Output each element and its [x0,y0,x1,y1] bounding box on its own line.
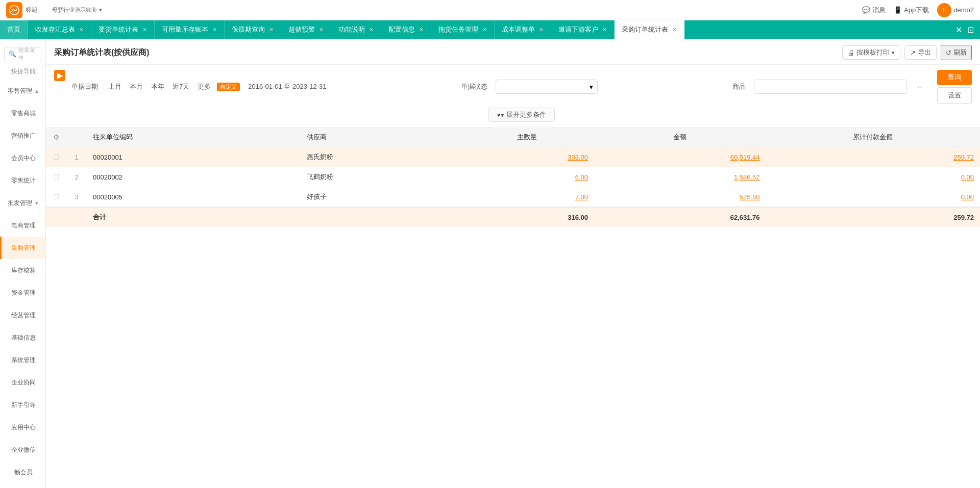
row-amount[interactable]: 1,586.52 [594,167,766,187]
date-from: 2016-01-01 [248,83,282,90]
date-shortcuts: 上月 本月 本年 近7天 更多 自定义 [106,81,240,92]
close-icon[interactable]: ✕ [142,27,147,33]
close-icon[interactable]: ✕ [539,27,544,33]
chevron-down-icon: ▾ [590,83,593,91]
row-paid[interactable]: 0.00 [766,187,980,208]
sidebar-item-xitong[interactable]: 系统管理 [0,349,45,371]
close-icon[interactable]: ✕ [269,27,274,33]
tab-caigou-active[interactable]: 采购订单统计表 ✕ [615,20,684,39]
tab-tuohuo[interactable]: 拖货任务管理 ✕ [431,20,495,39]
sidebar-item-pifa[interactable]: 批发管理 ▼ [0,192,45,214]
date-range: 2016-01-01 至 2023-12-31 [248,82,326,91]
row-code: 00020002 [87,167,301,187]
settings-icon[interactable]: ⚙ [53,133,60,141]
sidebar-item-zijin[interactable]: 资金管理 [0,281,45,304]
tab-gongnengshuo[interactable]: 功能说明 ✕ [331,20,381,39]
workspace-selector[interactable]: 母婴行业演示账套 ▾ [52,6,102,14]
shortcut-more[interactable]: 更多 [195,81,213,92]
refresh-button[interactable]: ↺ 刷新 [941,45,972,60]
shortcut-this-month[interactable]: 本月 [128,81,145,92]
row-num: 2 [66,167,87,187]
user-name: demo2 [953,6,974,14]
row-settings[interactable]: ☐ [46,187,66,208]
row-supplier: 好孩子 [301,187,460,208]
tab-peizhixinxi[interactable]: 配置信息 ✕ [381,20,431,39]
sidebar-item-lingshouguan[interactable]: 零售管理 ▲ [0,80,45,102]
top-bar-left: 标题 母婴行业演示账套 ▾ [6,2,102,18]
footer-label: 合计 [87,207,301,227]
settings-col-header: ⚙ [46,127,66,147]
tab-keyongliang[interactable]: 可用量库存账本 ✕ [155,20,225,39]
sidebar-item-dianshang[interactable]: 电商管理 [0,214,45,237]
tab-baozhiqi[interactable]: 保质期查询 ✕ [225,20,281,39]
app-download-btn[interactable]: 📱 App下载 [894,6,929,15]
row-amount[interactable]: 525.80 [594,187,766,208]
row-qty[interactable]: 303.00 [460,147,594,167]
tab-label: 成本调整单 [502,25,535,34]
sidebar-item-qiye[interactable]: 企业协同 [0,371,45,394]
paid-col-header: 累计付款金额 [766,127,980,147]
logo-area: 标题 [6,2,38,18]
tab-label: 邀请下游客户 [558,25,598,34]
tab-home[interactable]: 首页 [0,20,28,39]
query-button[interactable]: 查询 [937,70,972,85]
sidebar-item-lingshougshangcheng[interactable]: 零售商城 [0,102,45,124]
sidebar-item-xinshou[interactable]: 新手引导 [0,394,45,416]
app-icon: 📱 [894,6,902,14]
close-icon[interactable]: ✕ [369,27,374,33]
sidebar-item-caigou[interactable]: 采购管理 [0,237,45,259]
tab-label: 要货单统计表 [99,25,138,34]
row-num: 3 [66,187,87,208]
message-btn[interactable]: 💬 消息 [862,6,886,15]
close-icon[interactable]: ✕ [419,27,424,33]
settings-button[interactable]: 设置 [937,87,972,104]
row-settings[interactable]: ☐ [46,167,66,187]
export-button[interactable]: ↗ 导出 [904,45,937,60]
sidebar-item-kucunhesuan[interactable]: 库存核算 [0,259,45,281]
tab-shoufacunhz[interactable]: 收发存汇总表 ✕ [28,20,91,39]
shortcut-this-year[interactable]: 本年 [149,81,166,92]
sidebar-item-huiyuan[interactable]: 会员中心 [0,147,45,169]
tab-chaochuyujing[interactable]: 超储预警 ✕ [281,20,331,39]
row-settings[interactable]: ☐ [46,147,66,167]
sidebar-item-jingying[interactable]: 经营管理 [0,304,45,326]
nav-close-btn[interactable]: ✕ [953,25,964,35]
close-icon[interactable]: ✕ [482,27,487,33]
goods-input[interactable] [754,80,907,94]
shortcut-last-month[interactable]: 上月 [106,81,124,92]
close-icon[interactable]: ✕ [602,27,607,33]
row-qty[interactable]: 6.00 [460,167,594,187]
row-qty[interactable]: 7.00 [460,187,594,208]
user-area[interactable]: E demo2 [937,3,974,17]
row-num: 1 [66,147,87,167]
nav-expand-btn[interactable]: ⊡ [965,25,976,35]
row-paid[interactable]: 0.00 [766,167,980,187]
print-button[interactable]: 🖨 按模板打印 ▾ [842,45,900,60]
toggle-filter-btn[interactable]: ▶ [54,70,65,81]
sidebar-item-weixin[interactable]: 企业微信 [0,439,45,461]
tab-yaohuo[interactable]: 要货单统计表 ✕ [91,20,155,39]
close-icon[interactable]: ✕ [212,27,217,33]
close-icon[interactable]: ✕ [672,27,677,33]
shortcut-7days[interactable]: 近7天 [170,81,191,92]
row-paid[interactable]: 259.72 [766,147,980,167]
goods-filter-label: 商品 [732,82,746,91]
row-amount[interactable]: 60,519.44 [594,147,766,167]
sidebar-item-yingyong[interactable]: 应用中心 [0,416,45,439]
sidebar-item-jichu[interactable]: 基础信息 [0,326,45,349]
search-input[interactable]: 🔍 搜索菜单 [4,47,41,61]
tab-chengbentiaozeng[interactable]: 成本调整单 ✕ [495,20,551,39]
sidebar-item-quick-nav[interactable]: 快捷导航 [0,63,45,80]
tab-label: 可用量库存账本 [162,25,208,34]
tab-yaoqing[interactable]: 邀请下游客户 ✕ [551,20,615,39]
table-body: ☐ 1 00020001 惠氏奶粉 303.00 60,519.44 259.7… [46,147,980,208]
expand-more-btn[interactable]: ▾▾ 展开更多条件 [488,108,555,122]
supplier-col-header: 供应商 [301,127,460,147]
close-icon[interactable]: ✕ [319,27,324,33]
table-footer-row: 合计 316.00 62,631.76 259.72 [46,207,980,227]
sidebar-item-yingxiao[interactable]: 营销推广 [0,124,45,147]
sidebar-item-changyuan[interactable]: 畅会员 [0,461,45,483]
close-icon[interactable]: ✕ [79,27,84,33]
sidebar-item-lingtj[interactable]: 零售统计 [0,169,45,192]
status-select[interactable]: ▾ [496,80,598,94]
